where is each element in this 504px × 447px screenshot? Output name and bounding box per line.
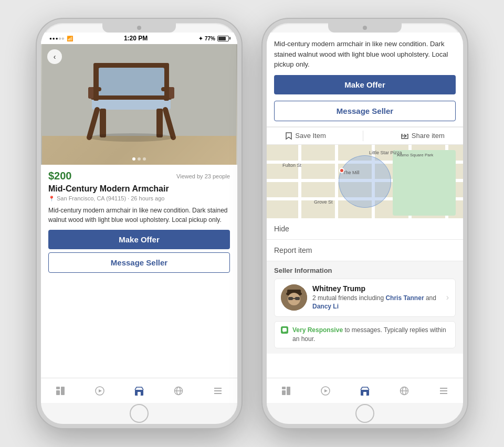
- screen-content: ‹ $200 Viewed by 23 people Mid-Century M…: [41, 44, 237, 403]
- svg-marker-39: [284, 332, 285, 333]
- tab-globe[interactable]: [169, 383, 188, 399]
- responsive-text: Very Responsive to messages. Typically r…: [292, 326, 449, 344]
- seller-info: Whitney Trump 2 mutual friends including…: [312, 284, 441, 312]
- pizza-label: Little Star Pizza: [369, 150, 402, 155]
- wifi-icon: 📶: [67, 36, 73, 41]
- chat-icon: [282, 327, 287, 333]
- svg-rect-18: [56, 387, 60, 389]
- friend-1: Chris Tanner: [385, 294, 424, 302]
- svg-rect-46: [363, 392, 366, 396]
- product-price: $200: [48, 170, 72, 182]
- svg-point-17: [89, 133, 173, 142]
- save-share-row: Save Item Share item: [267, 127, 463, 145]
- news-feed-icon: [55, 386, 66, 396]
- battery-fill: [218, 37, 226, 40]
- fulton-label: Fulton St: [282, 163, 301, 168]
- bluetooth-icon: ✦: [198, 36, 203, 41]
- report-item[interactable]: Report item: [267, 240, 463, 261]
- phone-camera: [137, 26, 141, 30]
- action-buttons: Make Offer Message Seller: [274, 75, 456, 121]
- phone-screen-1: ●●●○○ 📶 1:20 PM ✦ 77%: [41, 33, 237, 403]
- seller-avatar: [281, 284, 307, 311]
- seller-card[interactable]: Whitney Trump 2 mutual friends including…: [274, 279, 456, 317]
- home-button-2[interactable]: [355, 404, 374, 423]
- marketplace-icon-2: [359, 385, 371, 397]
- phone-2: Mid-century modern armchair in like new …: [262, 19, 467, 428]
- svg-rect-42: [287, 387, 290, 395]
- hide-item[interactable]: Hide: [267, 218, 463, 240]
- responsive-badge: Very Responsive to messages. Typically r…: [274, 321, 456, 348]
- share-item-button[interactable]: Share item: [401, 132, 445, 140]
- svg-rect-10: [156, 109, 163, 137]
- responsive-label: Very Responsive: [292, 326, 343, 334]
- save-item-label: Save Item: [295, 132, 326, 140]
- tab-bar-2: [267, 378, 463, 403]
- tab-video[interactable]: [90, 383, 109, 399]
- street-v1: [298, 145, 301, 218]
- tab-menu[interactable]: [208, 383, 227, 399]
- tab-menu-2[interactable]: [434, 383, 453, 399]
- viewed-by: Viewed by 23 people: [176, 173, 230, 179]
- mutual-friends: 2 mutual friends including Chris Tanner …: [312, 294, 441, 312]
- mill-pin: [339, 168, 344, 173]
- make-offer-button-2[interactable]: Make Offer: [274, 75, 456, 94]
- product-image: ‹: [41, 44, 237, 165]
- friend-2: Dancy Li: [312, 303, 339, 310]
- status-bar: ●●●○○ 📶 1:20 PM ✦ 77%: [41, 33, 237, 44]
- battery-icon: [217, 36, 229, 41]
- make-offer-button[interactable]: Make Offer: [48, 230, 230, 249]
- message-seller-button-2[interactable]: Message Seller: [274, 101, 456, 121]
- dot-3: [143, 157, 146, 161]
- marketplace-icon: [133, 385, 145, 397]
- video-icon-2: [320, 386, 331, 396]
- svg-rect-9: [100, 109, 106, 137]
- dot-2: [138, 157, 141, 161]
- themill-label: The Mill: [343, 170, 360, 175]
- friend-connector: and: [426, 294, 436, 302]
- mutual-count: 2 mutual friends including: [312, 294, 384, 302]
- save-item-button[interactable]: Save Item: [285, 132, 326, 140]
- image-dots: [132, 157, 146, 161]
- message-seller-button[interactable]: Message Seller: [48, 252, 230, 273]
- tab-globe-2[interactable]: [395, 383, 414, 399]
- video-icon: [94, 386, 105, 396]
- svg-marker-22: [99, 389, 102, 392]
- svg-rect-20: [61, 387, 65, 395]
- battery-area: ✦ 77%: [198, 36, 229, 41]
- product-info: $200 Viewed by 23 people Mid-Century Mod…: [41, 165, 237, 378]
- svg-rect-6: [93, 63, 169, 68]
- svg-rect-40: [282, 387, 286, 389]
- phone-1: ●●●○○ 📶 1:20 PM ✦ 77%: [37, 19, 242, 428]
- share-item-label: Share item: [412, 132, 445, 140]
- svg-rect-5: [164, 64, 169, 101]
- back-button[interactable]: ‹: [47, 49, 62, 64]
- svg-rect-36: [295, 297, 300, 300]
- map-section: Fulton St Grove St The Mill Alamo Square…: [267, 145, 463, 218]
- status-time: 1:20 PM: [124, 35, 148, 42]
- map-background: Fulton St Grove St The Mill Alamo Square…: [267, 145, 463, 218]
- svg-rect-16: [169, 87, 174, 99]
- home-button[interactable]: [130, 404, 149, 423]
- tab-news-feed-2[interactable]: [277, 383, 296, 399]
- scrolled-content: Mid-century modern armchair in like new …: [267, 33, 463, 403]
- divider: [363, 131, 363, 141]
- battery-percent: 77%: [205, 36, 215, 41]
- product-title: Mid-Century Modern Armchair: [48, 184, 230, 194]
- pin-icon: 📍: [48, 196, 55, 201]
- home-indicator-2: [267, 403, 463, 424]
- menu-icon-2: [438, 386, 449, 396]
- product-meta: 📍 San Francisco, CA (94115) · 26 hours a…: [48, 195, 230, 201]
- hide-report-section: Hide Report item: [267, 218, 463, 261]
- tab-news-feed[interactable]: [51, 383, 70, 399]
- tab-video-2[interactable]: [316, 383, 335, 399]
- svg-rect-15: [88, 87, 93, 99]
- signal-area: ●●●○○ 📶: [49, 36, 73, 41]
- svg-rect-38: [282, 328, 287, 332]
- signal-dots: ●●●○○: [49, 36, 65, 41]
- phone-screen-2: Mid-century modern armchair in like new …: [267, 33, 463, 403]
- svg-rect-7: [99, 68, 164, 97]
- tab-marketplace-2[interactable]: [355, 383, 374, 399]
- tab-marketplace[interactable]: [130, 383, 149, 399]
- dot-1: [132, 157, 135, 161]
- product-description: Mid-century modern armchair in like new …: [48, 206, 230, 225]
